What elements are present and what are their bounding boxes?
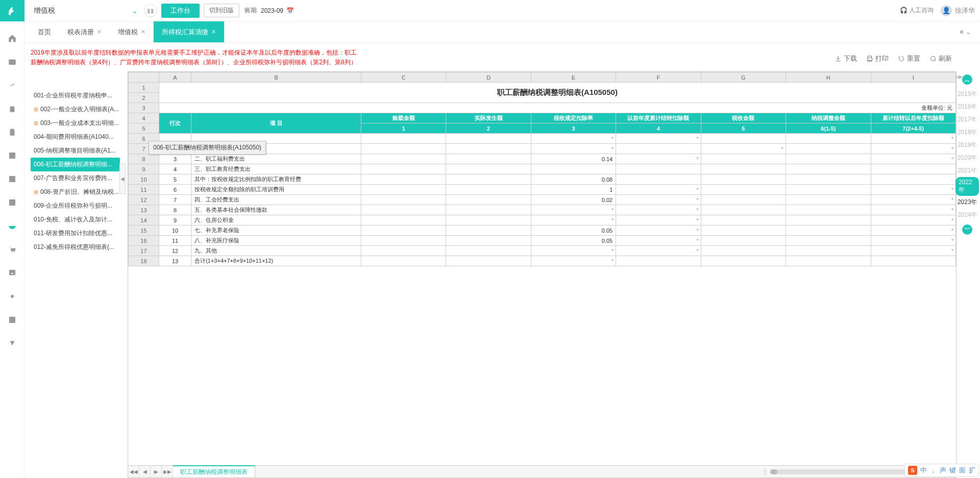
item-cell[interactable]: 五、各类基本社会保障性缴款 bbox=[191, 205, 361, 215]
year-down-icon[interactable]: ︾ bbox=[962, 224, 972, 235]
ime-item[interactable]: 中 bbox=[920, 466, 927, 475]
data-cell[interactable] bbox=[361, 225, 446, 236]
data-cell[interactable] bbox=[871, 164, 955, 174]
close-all-tabs[interactable]: ✕ ⌄ bbox=[950, 21, 980, 42]
close-icon[interactable]: ✕ bbox=[211, 29, 216, 35]
form-list-item[interactable]: ⊘008-资产折旧、摊销及纳税... bbox=[31, 185, 120, 199]
data-cell[interactable] bbox=[701, 185, 786, 195]
data-cell[interactable] bbox=[361, 154, 446, 164]
data-cell[interactable] bbox=[446, 164, 531, 174]
data-cell[interactable] bbox=[446, 236, 531, 246]
item-cell[interactable]: 八、补充医疗保险 bbox=[191, 236, 361, 246]
item-cell[interactable]: 按税收规定全额扣除的职工培训费用 bbox=[191, 185, 361, 195]
data-cell[interactable]: 0.14 bbox=[531, 154, 616, 164]
nav-play-icon[interactable] bbox=[5, 313, 19, 327]
sheet-corner[interactable] bbox=[129, 72, 159, 83]
data-cell[interactable] bbox=[446, 205, 531, 215]
data-cell[interactable] bbox=[616, 144, 701, 154]
year-item[interactable]: 2017年 bbox=[957, 113, 978, 126]
workspace-button[interactable]: 工作台 bbox=[161, 4, 200, 18]
item-cell[interactable]: 三、职工教育经费支出 bbox=[191, 164, 361, 174]
data-cell[interactable] bbox=[616, 164, 701, 174]
item-cell[interactable]: 九、其他 bbox=[191, 246, 361, 256]
ime-item[interactable]: 声 bbox=[940, 466, 946, 475]
data-cell[interactable] bbox=[701, 256, 786, 266]
switch-old-button[interactable]: 切到旧版 bbox=[204, 4, 239, 17]
data-cell[interactable] bbox=[361, 205, 446, 215]
item-cell[interactable]: 其中：按税收规定比例扣除的职工教育经费 bbox=[191, 174, 361, 185]
data-cell[interactable] bbox=[786, 225, 871, 236]
data-cell[interactable] bbox=[701, 174, 786, 185]
data-cell[interactable]: 0.05 bbox=[531, 225, 616, 236]
data-cell[interactable] bbox=[786, 154, 871, 164]
form-list-item[interactable]: 011-研发费用加计扣除优惠... bbox=[31, 227, 120, 240]
form-list-item[interactable]: 009-企业所得税弥补亏损明... bbox=[31, 199, 120, 213]
tab[interactable]: 增值税✕ bbox=[110, 21, 154, 42]
data-cell[interactable]: * bbox=[871, 185, 955, 195]
form-list-item[interactable]: ⊘003-一般企业成本支出明细... bbox=[31, 116, 120, 130]
data-cell[interactable] bbox=[446, 154, 531, 164]
data-cell[interactable]: 1 bbox=[531, 185, 616, 195]
data-cell[interactable]: * bbox=[871, 236, 955, 246]
data-cell[interactable] bbox=[361, 164, 446, 174]
data-cell[interactable] bbox=[361, 215, 446, 225]
col-header[interactable]: E bbox=[531, 72, 616, 83]
data-cell[interactable] bbox=[871, 256, 955, 266]
col-header[interactable]: H bbox=[786, 72, 871, 83]
data-cell[interactable]: * bbox=[871, 154, 955, 164]
col-header[interactable]: C bbox=[361, 72, 446, 83]
form-list-item[interactable]: 012-减免所得税优惠明细表(... bbox=[31, 240, 120, 254]
calendar-icon[interactable]: 📅 bbox=[286, 7, 294, 14]
year-up-icon[interactable]: ︽ bbox=[962, 74, 972, 85]
col-header[interactable]: B bbox=[191, 72, 361, 83]
ime-item[interactable]: 扩 bbox=[969, 466, 975, 475]
data-cell[interactable] bbox=[786, 164, 871, 174]
form-list-item[interactable]: 005-纳税调整项目明细表(A1... bbox=[31, 144, 120, 158]
data-cell[interactable] bbox=[446, 225, 531, 236]
data-cell[interactable] bbox=[701, 225, 786, 236]
item-cell[interactable]: 四、工会经费支出 bbox=[191, 195, 361, 205]
col-header[interactable]: F bbox=[616, 72, 701, 83]
data-cell[interactable] bbox=[531, 164, 616, 174]
item-cell[interactable]: 七、补充养老保险 bbox=[191, 225, 361, 236]
data-cell[interactable] bbox=[361, 256, 446, 266]
data-cell[interactable] bbox=[701, 246, 786, 256]
data-cell[interactable]: * bbox=[531, 144, 616, 154]
data-cell[interactable] bbox=[786, 144, 871, 154]
data-cell[interactable]: * bbox=[531, 205, 616, 215]
data-cell[interactable] bbox=[446, 174, 531, 185]
data-cell[interactable] bbox=[786, 236, 871, 246]
tab[interactable]: 首页 bbox=[30, 21, 59, 42]
nav-wallet-icon[interactable] bbox=[5, 55, 19, 69]
data-cell[interactable]: * bbox=[616, 195, 701, 205]
data-cell[interactable]: * bbox=[616, 225, 701, 236]
form-list-item[interactable]: 010-免税、减计收入及加计... bbox=[31, 213, 120, 227]
nav-home-icon[interactable] bbox=[5, 31, 19, 45]
nav-picture-icon[interactable] bbox=[5, 195, 19, 210]
form-list-item[interactable]: 006-职工薪酬纳税调整明细... bbox=[31, 158, 120, 171]
data-cell[interactable]: * bbox=[616, 246, 701, 256]
data-cell[interactable]: * bbox=[871, 195, 955, 205]
col-header[interactable]: G bbox=[701, 72, 786, 83]
form-list-item[interactable]: 004-期间费用明细表(A1040... bbox=[31, 130, 120, 144]
data-cell[interactable] bbox=[701, 195, 786, 205]
collapse-handle[interactable]: ◀ bbox=[119, 163, 126, 194]
form-list-item[interactable]: ⊘002-一般企业收入明细表(A... bbox=[31, 103, 120, 116]
data-cell[interactable] bbox=[361, 246, 446, 256]
tab[interactable]: 税表清册✕ bbox=[59, 21, 110, 42]
data-cell[interactable]: * bbox=[616, 215, 701, 225]
data-cell[interactable] bbox=[786, 195, 871, 205]
sheet-nav-prev[interactable]: ◀ bbox=[139, 466, 151, 477]
nav-stats-icon[interactable] bbox=[5, 78, 19, 92]
sheet-nav-next[interactable]: ▶ bbox=[151, 466, 162, 477]
data-cell[interactable]: * bbox=[871, 225, 955, 236]
year-item[interactable]: 2019年 bbox=[957, 139, 978, 152]
year-item[interactable]: 2024年 bbox=[957, 209, 978, 221]
year-item[interactable]: 2018年 bbox=[957, 126, 978, 139]
data-cell[interactable] bbox=[701, 164, 786, 174]
reset-button[interactable]: 重置 bbox=[898, 54, 920, 63]
data-cell[interactable] bbox=[786, 185, 871, 195]
nav-sheet-icon[interactable] bbox=[5, 148, 19, 163]
download-button[interactable]: 下载 bbox=[835, 54, 857, 63]
data-cell[interactable] bbox=[361, 185, 446, 195]
